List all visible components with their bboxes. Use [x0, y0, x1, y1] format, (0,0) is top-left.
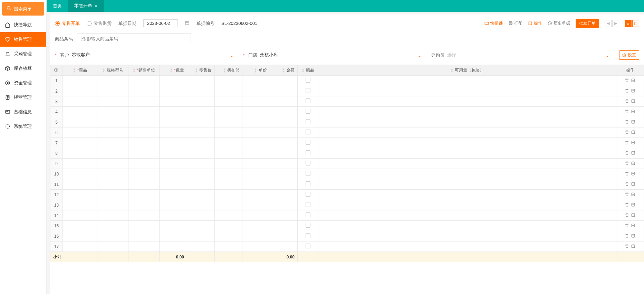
- mode-return-radio[interactable]: 零售退货: [87, 20, 112, 27]
- cell-qty[interactable]: [160, 169, 187, 179]
- table-row[interactable]: 8: [50, 148, 644, 159]
- add-row-button[interactable]: [630, 182, 636, 186]
- checkbox-icon[interactable]: [306, 130, 310, 134]
- cell-discount[interactable]: [215, 76, 242, 86]
- delete-row-button[interactable]: [624, 244, 630, 248]
- cell-retail[interactable]: [187, 96, 215, 107]
- cell-spec[interactable]: [97, 117, 128, 127]
- col-qty[interactable]: ▲▼*数量: [160, 65, 187, 76]
- cell-amount[interactable]: [270, 231, 298, 241]
- table-row[interactable]: 12: [50, 190, 644, 200]
- cell-amount[interactable]: [270, 127, 298, 138]
- cell-qty[interactable]: [160, 210, 187, 221]
- cell-retail[interactable]: [187, 179, 215, 190]
- table-row[interactable]: 11: [50, 179, 644, 190]
- cell-price[interactable]: [242, 138, 270, 148]
- cell-amount[interactable]: [270, 117, 298, 127]
- col-discount[interactable]: ▲▼折扣%: [215, 65, 242, 76]
- delete-row-button[interactable]: [624, 78, 630, 83]
- cell-discount[interactable]: [215, 127, 242, 138]
- cell-qty[interactable]: [160, 138, 187, 148]
- cell-gift[interactable]: [298, 200, 318, 210]
- cell-gift[interactable]: [298, 148, 318, 159]
- cell-product[interactable]: [63, 179, 97, 190]
- cell-unit[interactable]: [128, 86, 160, 96]
- cell-amount[interactable]: [270, 169, 298, 179]
- delete-row-button[interactable]: [624, 151, 630, 155]
- cell-amount[interactable]: [270, 179, 298, 190]
- cell-spec[interactable]: [97, 159, 128, 169]
- cell-discount[interactable]: [215, 169, 242, 179]
- col-price[interactable]: ▲▼单价: [242, 65, 270, 76]
- cell-amount[interactable]: [270, 221, 298, 231]
- cell-qty[interactable]: [160, 127, 187, 138]
- cell-retail[interactable]: [187, 107, 215, 117]
- cell-unit[interactable]: [128, 148, 160, 159]
- cell-price[interactable]: [242, 76, 270, 86]
- cell-gift[interactable]: [298, 210, 318, 221]
- checkbox-icon[interactable]: [306, 161, 310, 165]
- delete-row-button[interactable]: [624, 109, 630, 114]
- print-button[interactable]: 打印: [508, 20, 522, 26]
- checkbox-icon[interactable]: [306, 171, 310, 176]
- cell-discount[interactable]: [215, 241, 242, 252]
- cell-gift[interactable]: [298, 169, 318, 179]
- add-row-button[interactable]: [630, 244, 636, 248]
- col-unit[interactable]: ▲▼*销售单位: [128, 65, 160, 76]
- nav-item-3[interactable]: 库存核算: [0, 61, 46, 76]
- add-row-button[interactable]: [630, 151, 636, 155]
- checkbox-icon[interactable]: [306, 244, 310, 248]
- cell-qty[interactable]: [160, 190, 187, 200]
- cell-product[interactable]: [63, 241, 97, 252]
- cell-retail[interactable]: [187, 190, 215, 200]
- cell-gift[interactable]: [298, 190, 318, 200]
- delete-row-button[interactable]: [624, 223, 630, 228]
- col-amount[interactable]: ▲▼金额: [270, 65, 298, 76]
- cell-spec[interactable]: [97, 231, 128, 241]
- settings-button[interactable]: 设置: [619, 50, 639, 60]
- delete-row-button[interactable]: [624, 140, 630, 145]
- cell-retail[interactable]: [187, 200, 215, 210]
- view-list-button[interactable]: ≡: [625, 20, 632, 27]
- cell-price[interactable]: [242, 200, 270, 210]
- cell-price[interactable]: [242, 127, 270, 138]
- cell-spec[interactable]: [97, 190, 128, 200]
- search-menu-button[interactable]: 搜索菜单: [2, 2, 44, 16]
- cell-unit[interactable]: [128, 138, 160, 148]
- add-row-button[interactable]: [630, 130, 636, 134]
- delete-row-button[interactable]: [624, 182, 630, 186]
- add-row-button[interactable]: [630, 171, 636, 176]
- cell-price[interactable]: [242, 221, 270, 231]
- cell-gift[interactable]: [298, 241, 318, 252]
- cell-discount[interactable]: [215, 200, 242, 210]
- checkbox-icon[interactable]: [306, 119, 310, 124]
- table-row[interactable]: 6: [50, 127, 644, 138]
- cell-retail[interactable]: [187, 76, 215, 86]
- add-row-button[interactable]: [630, 109, 636, 114]
- cell-product[interactable]: [63, 148, 97, 159]
- cell-unit[interactable]: [128, 107, 160, 117]
- nav-item-4[interactable]: ¥资金管理: [0, 76, 46, 90]
- cell-product[interactable]: [63, 138, 97, 148]
- cell-unit[interactable]: [128, 200, 160, 210]
- add-row-button[interactable]: [630, 78, 636, 83]
- cell-product[interactable]: [63, 231, 97, 241]
- table-row[interactable]: 5: [50, 117, 644, 127]
- table-row[interactable]: 16: [50, 231, 644, 241]
- table-row[interactable]: 10: [50, 169, 644, 179]
- cell-qty[interactable]: [160, 221, 187, 231]
- cell-price[interactable]: [242, 169, 270, 179]
- delete-row-button[interactable]: [624, 213, 630, 217]
- tab-current[interactable]: 零售开单 ✕: [68, 0, 104, 12]
- cell-unit[interactable]: [128, 96, 160, 107]
- cell-spec[interactable]: [97, 86, 128, 96]
- cell-amount[interactable]: [270, 200, 298, 210]
- table-row[interactable]: 9: [50, 159, 644, 169]
- cell-product[interactable]: [63, 169, 97, 179]
- delete-row-button[interactable]: [624, 192, 630, 197]
- cell-spec[interactable]: [97, 200, 128, 210]
- cell-retail[interactable]: [187, 169, 215, 179]
- cell-price[interactable]: [242, 179, 270, 190]
- cell-unit[interactable]: [128, 76, 160, 86]
- cell-amount[interactable]: [270, 210, 298, 221]
